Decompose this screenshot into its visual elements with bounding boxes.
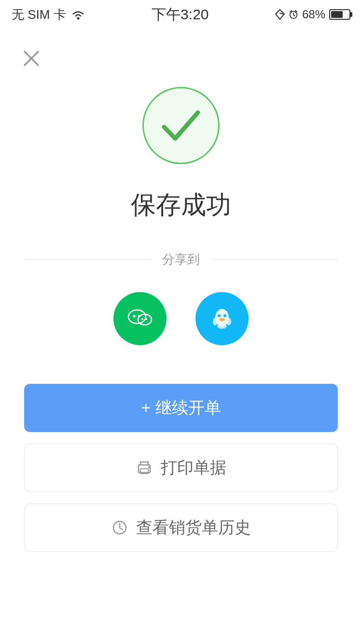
status-left: 无 SIM 卡: [12, 6, 85, 23]
svg-point-11: [218, 314, 221, 317]
action-buttons: + 继续开单 打印单据 查看销货单历史: [0, 384, 362, 552]
print-icon: [136, 459, 153, 476]
success-title: 保存成功: [131, 188, 231, 222]
status-right: 68%: [275, 8, 350, 21]
svg-point-15: [226, 318, 231, 325]
svg-point-13: [219, 318, 225, 321]
svg-point-7: [138, 315, 140, 317]
divider-right: [211, 259, 338, 260]
print-button[interactable]: 打印单据: [24, 444, 338, 492]
status-time: 下午3:20: [152, 5, 209, 25]
history-label: 查看销货单历史: [136, 517, 251, 539]
checkmark-icon: [162, 109, 200, 142]
svg-point-9: [145, 318, 147, 320]
history-button[interactable]: 查看销货单历史: [24, 504, 338, 552]
battery-percent: 68%: [302, 8, 325, 21]
divider-left: [24, 259, 151, 260]
main-content: 保存成功 分享到: [0, 29, 362, 644]
success-circle: [142, 87, 220, 164]
print-label: 打印单据: [161, 457, 226, 479]
qq-share-button[interactable]: [195, 292, 249, 345]
svg-point-6: [133, 315, 135, 317]
qq-icon: [207, 303, 238, 335]
battery-icon: [329, 9, 350, 20]
location-icon: [275, 9, 285, 20]
close-icon: [23, 50, 40, 67]
svg-point-19: [148, 466, 150, 468]
history-icon: [111, 519, 128, 536]
svg-point-0: [77, 17, 79, 20]
status-bar: 无 SIM 卡 下午3:20 68%: [0, 0, 362, 29]
close-button[interactable]: [19, 46, 43, 70]
svg-point-4: [128, 310, 146, 323]
divider-section: 分享到: [0, 251, 362, 268]
wechat-share-button[interactable]: [113, 292, 167, 345]
share-label: 分享到: [151, 251, 211, 268]
share-icons: [113, 292, 249, 345]
no-sim-text: 无 SIM 卡: [12, 6, 66, 23]
wechat-icon: [125, 303, 156, 335]
svg-point-12: [223, 314, 226, 317]
svg-point-8: [141, 318, 143, 320]
alarm-icon: [289, 9, 298, 20]
wifi-icon: [71, 9, 85, 20]
svg-point-10: [215, 309, 229, 326]
success-section: 保存成功 分享到: [0, 29, 362, 552]
continue-button[interactable]: + 继续开单: [24, 384, 338, 432]
svg-point-14: [213, 318, 218, 325]
svg-point-16: [217, 324, 227, 329]
